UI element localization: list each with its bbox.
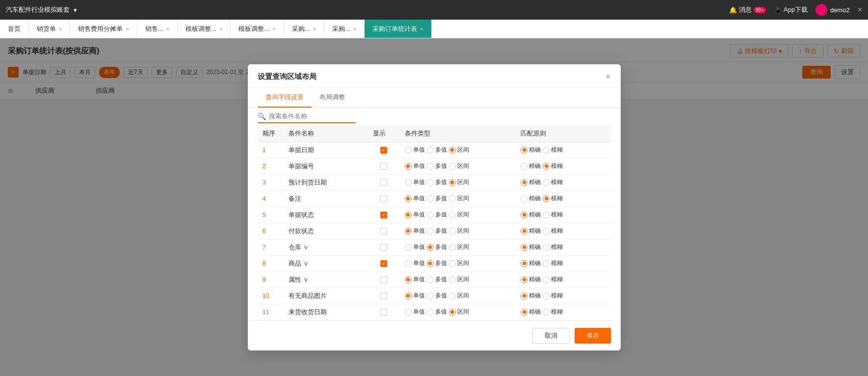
row-show-checkbox[interactable] xyxy=(368,190,399,207)
radio-type-item[interactable]: 区间 xyxy=(449,308,469,316)
tab-6-close[interactable]: × xyxy=(313,26,316,32)
tab-6[interactable]: 采购... × xyxy=(284,20,324,38)
radio-type-item[interactable]: 多值 xyxy=(427,275,447,284)
modal-tab-layout[interactable]: 布局调整 xyxy=(312,88,353,107)
radio-type-item[interactable]: 单值 xyxy=(405,194,425,203)
radio-match-item[interactable]: 精确 xyxy=(521,211,541,219)
checkbox[interactable] xyxy=(380,276,387,283)
tab-sales-expense-close[interactable]: × xyxy=(126,26,129,32)
row-show-checkbox[interactable] xyxy=(368,239,399,255)
radio-type-item[interactable]: 多值 xyxy=(427,227,447,235)
checkbox[interactable] xyxy=(380,179,387,186)
radio-type-item[interactable]: 区间 xyxy=(449,259,469,268)
checkbox[interactable] xyxy=(380,212,387,218)
radio-match-item[interactable]: 模糊 xyxy=(543,146,563,154)
radio-type-item[interactable]: 单值 xyxy=(405,227,425,235)
radio-type-item[interactable]: 区间 xyxy=(449,275,469,284)
radio-type-item[interactable]: 多值 xyxy=(427,162,447,170)
radio-type-item[interactable]: 区间 xyxy=(449,211,469,219)
radio-type-item[interactable]: 单值 xyxy=(405,162,425,170)
radio-type-item[interactable]: 多值 xyxy=(427,243,447,251)
row-show-checkbox[interactable] xyxy=(368,304,399,320)
radio-type-item[interactable]: 区间 xyxy=(449,292,469,300)
top-close-button[interactable]: × xyxy=(858,5,862,14)
checkbox[interactable] xyxy=(380,293,387,299)
radio-type-item[interactable]: 区间 xyxy=(449,162,469,170)
row-show-checkbox[interactable] xyxy=(368,158,399,174)
radio-match-item[interactable]: 精确 xyxy=(521,243,541,251)
tab-sales[interactable]: 销货单 × xyxy=(29,20,70,38)
radio-type-item[interactable]: 单值 xyxy=(405,243,425,251)
checkbox[interactable] xyxy=(380,228,387,235)
radio-match-item[interactable]: 精确 xyxy=(521,146,541,154)
tab-purchase-stats-close[interactable]: × xyxy=(420,26,423,32)
tab-3[interactable]: 销售... × xyxy=(137,20,178,38)
save-button[interactable]: 保存 xyxy=(575,328,611,344)
tab-4-close[interactable]: × xyxy=(219,26,222,32)
radio-match-item[interactable]: 模糊 xyxy=(543,275,563,284)
radio-type-item[interactable]: 单值 xyxy=(405,275,425,284)
checkbox[interactable] xyxy=(380,309,387,316)
row-show-checkbox[interactable] xyxy=(368,223,399,239)
checkbox[interactable] xyxy=(380,195,387,202)
radio-match-item[interactable]: 模糊 xyxy=(543,194,563,203)
radio-type-item[interactable]: 多值 xyxy=(427,178,447,187)
radio-type-item[interactable]: 单值 xyxy=(405,259,425,268)
radio-match-item[interactable]: 模糊 xyxy=(543,243,563,251)
tab-3-close[interactable]: × xyxy=(166,26,169,32)
radio-type-item[interactable]: 多值 xyxy=(427,194,447,203)
radio-match-item[interactable]: 模糊 xyxy=(543,211,563,219)
checkbox[interactable] xyxy=(380,163,387,170)
radio-type-item[interactable]: 区间 xyxy=(449,194,469,203)
search-input[interactable] xyxy=(269,112,347,120)
radio-match-item[interactable]: 精确 xyxy=(521,227,541,235)
radio-match-item[interactable]: 模糊 xyxy=(543,292,563,300)
tab-sales-close[interactable]: × xyxy=(59,26,62,32)
radio-type-item[interactable]: 多值 xyxy=(427,146,447,154)
tab-5[interactable]: 模板调整... × xyxy=(231,20,284,38)
checkbox[interactable] xyxy=(380,147,387,154)
radio-type-item[interactable]: 区间 xyxy=(449,227,469,235)
row-show-checkbox[interactable] xyxy=(368,142,399,158)
modal-close-button[interactable]: × xyxy=(605,72,611,81)
radio-match-item[interactable]: 精确 xyxy=(521,259,541,268)
radio-match-item[interactable]: 模糊 xyxy=(543,178,563,187)
cancel-button[interactable]: 取消 xyxy=(532,328,570,344)
tab-5-close[interactable]: × xyxy=(272,26,275,32)
dropdown-icon[interactable]: ▾ xyxy=(74,6,77,14)
radio-type-item[interactable]: 单值 xyxy=(405,146,425,154)
radio-type-item[interactable]: 区间 xyxy=(449,243,469,251)
radio-type-item[interactable]: 多值 xyxy=(427,292,447,300)
radio-type-item[interactable]: 区间 xyxy=(449,178,469,187)
row-show-checkbox[interactable] xyxy=(368,255,399,271)
row-show-checkbox[interactable] xyxy=(368,288,399,304)
radio-match-item[interactable]: 模糊 xyxy=(543,259,563,268)
radio-type-item[interactable]: 区间 xyxy=(449,146,469,154)
radio-match-item[interactable]: 精确 xyxy=(521,194,541,203)
radio-match-item[interactable]: 精确 xyxy=(521,162,541,170)
row-show-checkbox[interactable] xyxy=(368,174,399,190)
radio-match-item[interactable]: 模糊 xyxy=(543,308,563,316)
radio-match-item[interactable]: 精确 xyxy=(521,275,541,284)
radio-type-item[interactable]: 单值 xyxy=(405,308,425,316)
radio-match-item[interactable]: 精确 xyxy=(521,292,541,300)
radio-type-item[interactable]: 单值 xyxy=(405,211,425,219)
tab-sales-expense[interactable]: 销售费用分摊单 × xyxy=(70,20,137,38)
app-download-area[interactable]: 📱 App下载 xyxy=(774,5,808,14)
tab-4[interactable]: 模板调整... × xyxy=(178,20,231,38)
radio-type-item[interactable]: 多值 xyxy=(427,259,447,268)
tab-purchase-stats[interactable]: 采购订单统计表 × xyxy=(365,20,431,38)
radio-match-item[interactable]: 精确 xyxy=(521,178,541,187)
tab-7-close[interactable]: × xyxy=(353,26,356,32)
row-show-checkbox[interactable] xyxy=(368,271,399,288)
row-show-checkbox[interactable] xyxy=(368,207,399,223)
radio-type-item[interactable]: 单值 xyxy=(405,178,425,187)
checkbox[interactable] xyxy=(380,244,387,251)
radio-match-item[interactable]: 精确 xyxy=(521,308,541,316)
radio-type-item[interactable]: 多值 xyxy=(427,308,447,316)
user-area[interactable]: demo2 xyxy=(815,4,850,16)
radio-match-item[interactable]: 模糊 xyxy=(543,162,563,170)
modal-tab-query-fields[interactable]: 查询字段设置 xyxy=(258,88,312,107)
tab-home[interactable]: 首页 xyxy=(0,20,29,38)
checkbox[interactable] xyxy=(380,260,387,267)
